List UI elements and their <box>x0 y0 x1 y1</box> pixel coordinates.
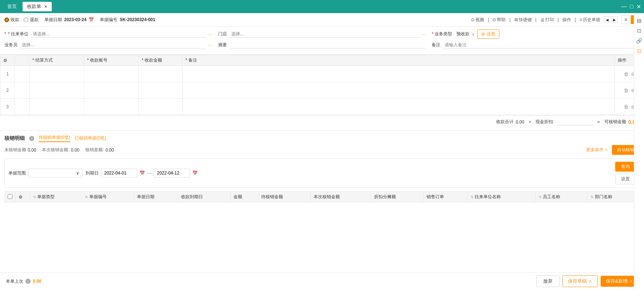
total-amount-item: 收款合计 0.00 <box>496 119 524 125</box>
next-arrow[interactable]: ▶ <box>611 16 618 23</box>
settle-method-cell-3[interactable] <box>30 99 84 115</box>
receive-account-cell-1[interactable] <box>84 66 139 82</box>
operations-btn[interactable]: 操作 <box>562 17 571 23</box>
play-icon: ⊙ <box>471 17 475 22</box>
nav-tabs-container: 首页 收款单 ✕ <box>3 2 52 11</box>
staff-input[interactable] <box>20 42 206 48</box>
table-row: 3 🗑 ⊕ <box>0 99 644 115</box>
due-date-to-input[interactable] <box>154 169 190 177</box>
amount-input-2[interactable] <box>139 82 182 98</box>
sidebar-icon-mail[interactable]: ⊡ <box>635 26 644 35</box>
settle-method-cell-1[interactable] <box>30 66 84 82</box>
close-icon[interactable]: ✕ <box>636 3 641 10</box>
receive-account-input-1[interactable] <box>84 66 138 82</box>
info-icon-footer[interactable]: i <box>25 279 31 284</box>
doc-type-th: ⇅ 单据类型 <box>30 192 82 203</box>
print-btn[interactable]: 🖨 打印 <box>540 17 554 23</box>
staff-more-btn[interactable]: ··· <box>208 42 212 48</box>
remark-cell-3[interactable] <box>182 99 615 115</box>
store-field: 门店 ··· <box>218 31 426 38</box>
history-btn[interactable]: ≡ 历史单据 <box>580 17 600 23</box>
checkbox-th[interactable] <box>5 192 16 203</box>
settle-method-input-1[interactable] <box>30 66 84 82</box>
tab-close-icon[interactable]: ✕ <box>44 4 47 9</box>
delete-icon-3[interactable]: 🗑 <box>624 104 629 110</box>
remark-input[interactable] <box>443 42 640 48</box>
gear-icon: ⚙ <box>481 32 485 37</box>
info-icon[interactable]: i <box>29 136 34 141</box>
save-new-btn[interactable]: 保存&新增 ∧ <box>601 276 638 287</box>
amount-cell-2[interactable] <box>139 82 182 99</box>
more-filter-btn[interactable]: 更多条件 ∧ <box>586 147 608 153</box>
radio-receive[interactable]: 收款 <box>4 17 19 23</box>
summary-input[interactable] <box>229 42 426 48</box>
delete-icon-2[interactable]: 🗑 <box>624 87 629 93</box>
verify-header: 核销明细 i 待核销单据(0笔) 已核销单据(0笔) <box>4 134 640 142</box>
save-draft-btn[interactable]: 保存草稿 ∧ <box>562 275 598 287</box>
prev-arrow[interactable]: ◀ <box>604 16 610 23</box>
filter-setting-btn[interactable]: 设置 <box>615 174 636 184</box>
summary-field: 摘要 <box>218 42 426 48</box>
discard-btn[interactable]: 放弃 <box>536 275 559 287</box>
help-btn[interactable]: ⊙ 帮助 <box>492 17 506 23</box>
counterparty-label: * * 往来单位 <box>4 31 28 37</box>
amount-input-3[interactable] <box>139 99 182 115</box>
shortcut-icon: ⊞ <box>514 17 518 22</box>
calendar-icon[interactable]: 📅 <box>89 17 94 22</box>
query-btn[interactable]: 查询 <box>615 162 636 172</box>
settle-method-cell-2[interactable] <box>30 82 84 99</box>
calendar-to-icon[interactable]: 📅 <box>192 171 198 176</box>
maximize-icon[interactable]: □ <box>630 3 633 10</box>
settings-btn[interactable]: ⚙ 设置 <box>477 30 499 39</box>
due-date-field: 到期日 📅 — 📅 <box>86 169 198 177</box>
list-view-icon[interactable]: ≡ <box>621 15 630 24</box>
sidebar-icon-active[interactable]: ⊡ <box>635 47 644 55</box>
tab-pending[interactable]: 待核销单据(0笔) <box>39 134 70 142</box>
verifiable-label: 可核销金额 <box>604 119 626 125</box>
due-date-from-input[interactable] <box>101 169 137 177</box>
staff-label: 业务员 <box>4 42 17 48</box>
counterparty-input[interactable] <box>31 31 206 38</box>
select-all-checkbox[interactable] <box>8 194 12 199</box>
remark-input-1[interactable] <box>182 66 614 82</box>
counterparty-more-btn[interactable]: ··· <box>208 31 212 37</box>
remark-input-2[interactable] <box>182 82 614 98</box>
uncleared-label: 未核销金额 <box>4 147 26 153</box>
divider-4: | <box>558 17 559 22</box>
receive-account-input-2[interactable] <box>84 82 138 98</box>
store-input[interactable] <box>229 31 420 38</box>
settle-method-input-3[interactable] <box>30 99 84 115</box>
shortcut-btn[interactable]: ⊞ 快捷键 <box>514 17 532 23</box>
bottom-gear-th[interactable]: ⚙ <box>16 192 30 203</box>
table-settings-th[interactable]: ⚙ <box>0 55 15 66</box>
settle-method-input-2[interactable] <box>30 82 84 98</box>
bottom-table-section: ⚙ ⇅ 单据类型 ⇅ 单据编号 单据日期 收款到期 <box>4 191 640 203</box>
amount-cell-1[interactable] <box>139 66 182 82</box>
amount-input-1[interactable] <box>139 66 182 82</box>
receive-account-cell-2[interactable] <box>84 82 139 99</box>
history-icon: ≡ <box>580 17 582 22</box>
remark-cell-1[interactable] <box>182 66 615 82</box>
tab-completed[interactable]: 已核销单据(0笔) <box>75 135 106 141</box>
video-btn[interactable]: ⊙ 视频 <box>471 17 484 23</box>
nav-tab-home[interactable]: 首页 <box>3 2 21 11</box>
amount-cell-3[interactable] <box>139 99 182 115</box>
diff-value: 0.00 <box>105 148 114 153</box>
nav-tab-receive[interactable]: 收款单 ✕ <box>23 2 52 11</box>
receive-account-input-3[interactable] <box>84 99 138 115</box>
remark-cell-2[interactable] <box>182 82 615 99</box>
discount-input[interactable] <box>557 118 593 125</box>
delete-icon-1[interactable]: 🗑 <box>624 71 629 77</box>
diff-label: 核销差额: <box>85 147 104 153</box>
minimize-icon[interactable]: — <box>621 3 627 10</box>
range-select[interactable]: ∨ <box>28 169 83 177</box>
store-more-btn[interactable]: ··· <box>422 31 426 37</box>
receive-account-cell-3[interactable] <box>84 99 139 115</box>
sidebar-icon-table[interactable]: ▤ <box>635 16 644 25</box>
calendar-from-icon[interactable]: 📅 <box>140 171 145 176</box>
radio-refund[interactable]: 退款 <box>24 17 39 23</box>
remark-input-3[interactable] <box>182 99 614 115</box>
dropdown-arrow-icon[interactable]: ∨ <box>472 32 475 37</box>
sidebar-icon-link[interactable]: 🔗 <box>635 36 644 45</box>
pending-amount-th: 待核销金额 <box>258 192 311 203</box>
